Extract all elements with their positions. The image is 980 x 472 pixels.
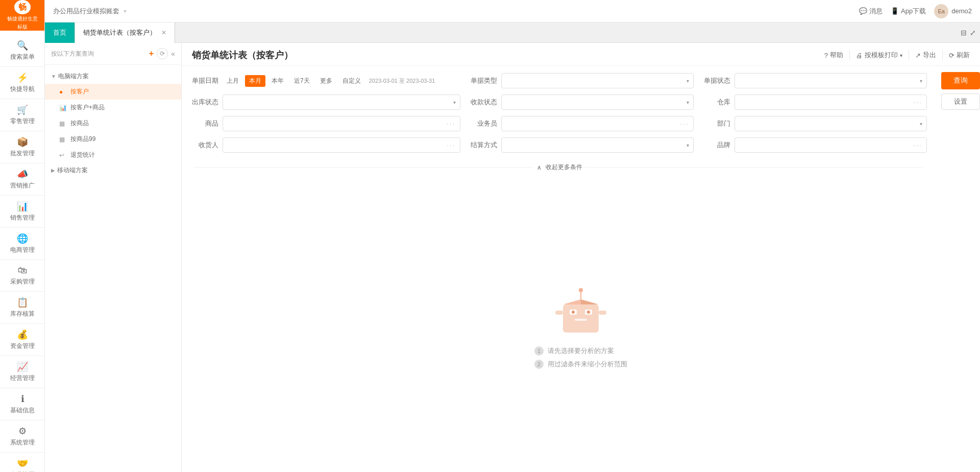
sidebar-inventory-icon: 📋: [17, 297, 28, 308]
settlement-input[interactable]: ▾: [501, 137, 694, 153]
scheme-item-by-customer[interactable]: ● 按客户: [45, 84, 181, 100]
topbar: 办公用品行业模拟账套 ▾ 💬 消息 📱 App下载 Ea demo2: [45, 0, 980, 22]
page-content: 按以下方案查询 + ⟳ « ▼ 电脑端方案 ● 按客户: [45, 43, 980, 472]
doc-type-input[interactable]: ▾: [501, 73, 694, 88]
scheme-item-by-product-99[interactable]: ▦ 按商品99: [45, 131, 181, 147]
salesperson-input[interactable]: ···: [501, 116, 694, 131]
sidebar-item-sys-mgmt[interactable]: ⚙ 系统管理: [0, 420, 45, 453]
logo-icon: 畅: [14, 0, 31, 14]
sales-stat-tab-label: 销货单统计表（按客户）: [83, 28, 156, 37]
group-label: 移动端方案: [57, 166, 88, 175]
message-btn[interactable]: 💬 消息: [859, 7, 883, 16]
out-status-input[interactable]: ▾: [223, 95, 460, 110]
sidebar-purchase-mgmt-label: 采购管理: [10, 277, 35, 286]
scheme-item-by-customer-product[interactable]: 📊 按客户+商品: [45, 100, 181, 115]
sidebar-item-wholesale-mgmt[interactable]: 📦 批发管理: [0, 131, 45, 163]
scheme-item-return-stat[interactable]: ↩ 退货统计: [45, 147, 181, 163]
recipient-input[interactable]: ···: [223, 137, 460, 153]
last7-btn[interactable]: 近7天: [290, 75, 314, 87]
product-dots-icon: ···: [447, 120, 456, 128]
last-month-btn[interactable]: 上月: [223, 75, 243, 87]
app-download-label: App下载: [901, 7, 926, 16]
product-input[interactable]: ···: [223, 116, 460, 131]
scheme-item-by-product[interactable]: ▦ 按商品: [45, 115, 181, 131]
date-range-text: 2023-03-01 至 2023-03-31: [369, 77, 435, 85]
customer-scheme-icon: ●: [59, 88, 67, 96]
scheme-group-desktop-title[interactable]: ▼ 电脑端方案: [45, 69, 181, 84]
sidebar-item-enterprise[interactable]: 🤝 企业协同: [0, 453, 45, 472]
refresh-btn[interactable]: ⟳ 刷新: [949, 51, 970, 60]
add-scheme-btn[interactable]: +: [149, 49, 154, 58]
sidebar-item-retail-mgmt[interactable]: 🛒 零售管理: [0, 99, 45, 131]
tip-num-1: 1: [534, 346, 544, 356]
template-print-btn[interactable]: 🖨 按模板打印 ▾: [856, 51, 902, 60]
sidebar-purchase-mgmt-icon: 🛍: [18, 265, 27, 276]
help-icon: ?: [824, 52, 828, 59]
filter-out-status: 出库状态 ▾: [190, 95, 460, 110]
custom-date-btn[interactable]: 自定义: [338, 75, 365, 87]
customer-product-scheme-icon: 📊: [59, 104, 67, 111]
app-download-btn[interactable]: 📱 App下载: [891, 7, 926, 16]
sidebar-enterprise-icon: 🤝: [17, 458, 28, 469]
tip-text-1: 请先选择要分析的方案: [548, 346, 614, 356]
receipt-status-label: 收款状态: [469, 98, 497, 107]
brand-input[interactable]: ···: [734, 137, 927, 153]
refresh-label: 刷新: [957, 51, 970, 60]
tab-restore-btn[interactable]: ⊟: [961, 29, 967, 37]
action-divider3: [942, 50, 943, 60]
sidebar-business-label: 经营管理: [10, 374, 35, 383]
tab-home[interactable]: 首页: [45, 22, 75, 43]
current-year-btn[interactable]: 本年: [267, 75, 288, 87]
sidebar-item-quick-nav[interactable]: ⚡ 快捷导航: [0, 67, 45, 99]
sidebar-item-purchase-mgmt[interactable]: 🛍 采购管理: [0, 260, 45, 292]
tip-item-1: 1 请先选择要分析的方案: [534, 346, 627, 356]
svg-point-4: [587, 311, 590, 314]
sidebar-sys-mgmt-label: 系统管理: [10, 438, 35, 447]
collapse-label: 收起更多条件: [546, 163, 582, 172]
doc-status-input[interactable]: ▾: [734, 73, 927, 88]
settings-btn[interactable]: 设置: [941, 93, 980, 110]
sidebar-item-inventory[interactable]: 📋 库存核算: [0, 292, 45, 324]
query-btn[interactable]: 查询: [941, 72, 980, 89]
sidebar-item-sales-mgmt[interactable]: 📊 销售管理: [0, 196, 45, 228]
help-label: 帮助: [830, 51, 843, 60]
sidebar-item-ecommerce[interactable]: 🌐 电商管理: [0, 228, 45, 260]
scheme-group-mobile-title[interactable]: ▶ 移动端方案: [45, 163, 181, 178]
department-input[interactable]: ▾: [734, 116, 927, 131]
export-btn[interactable]: ↗ 导出: [915, 51, 936, 60]
user-profile-btn[interactable]: Ea demo2: [934, 4, 972, 18]
current-month-btn[interactable]: 本月: [245, 75, 265, 87]
home-tab-label: 首页: [53, 28, 66, 37]
more-date-btn[interactable]: 更多: [316, 75, 336, 87]
sidebar-marketing-icon: 📣: [17, 169, 28, 180]
left-panel-title: 按以下方案查询: [51, 50, 94, 58]
page-title: 销货单统计表（按客户）: [192, 49, 293, 61]
warehouse-input[interactable]: ···: [734, 95, 927, 110]
department-label: 部门: [702, 119, 730, 128]
sidebar-item-basic-info[interactable]: ℹ 基础信息: [0, 388, 45, 420]
tab-maximize-btn[interactable]: ⤢: [970, 29, 976, 37]
receipt-status-input[interactable]: ▾: [501, 95, 694, 110]
tab-sales-stat[interactable]: 销货单统计表（按客户） ✕: [75, 22, 175, 43]
sidebar-ecommerce-icon: 🌐: [17, 233, 28, 244]
app-logo[interactable]: 畅 畅捷通好生意 标版: [0, 0, 45, 31]
brand-dots-icon: ···: [913, 141, 922, 149]
sidebar-item-search-menu[interactable]: 🔍 搜索菜单: [0, 35, 45, 67]
filter-row-2: 出库状态 ▾ 收款状态 ▾ 仓库: [190, 95, 927, 110]
refresh-scheme-btn[interactable]: ⟳: [157, 48, 168, 59]
return-stat-scheme-icon: ↩: [59, 152, 67, 159]
collapse-more-bar[interactable]: ∧ 收起更多条件: [190, 159, 927, 176]
help-btn[interactable]: ? 帮助: [824, 51, 843, 60]
sidebar-item-finance[interactable]: 💰 资金管理: [0, 324, 45, 356]
filter-settlement: 结算方式 ▾: [469, 137, 694, 153]
close-tab-btn[interactable]: ✕: [161, 29, 166, 36]
collapse-panel-btn[interactable]: «: [171, 50, 175, 58]
refresh-icon: ⟳: [949, 52, 954, 59]
sidebar-quick-nav-label: 快捷导航: [10, 85, 35, 93]
sidebar-item-marketing[interactable]: 📣 营销推广: [0, 163, 45, 196]
sidebar-item-business[interactable]: 📈 经营管理: [0, 356, 45, 388]
svg-rect-9: [599, 311, 606, 315]
brand-label: 品牌: [702, 140, 730, 150]
scheme-item-label: 按商品99: [70, 135, 95, 144]
sidebar-wholesale-mgmt-label: 批发管理: [10, 149, 35, 158]
